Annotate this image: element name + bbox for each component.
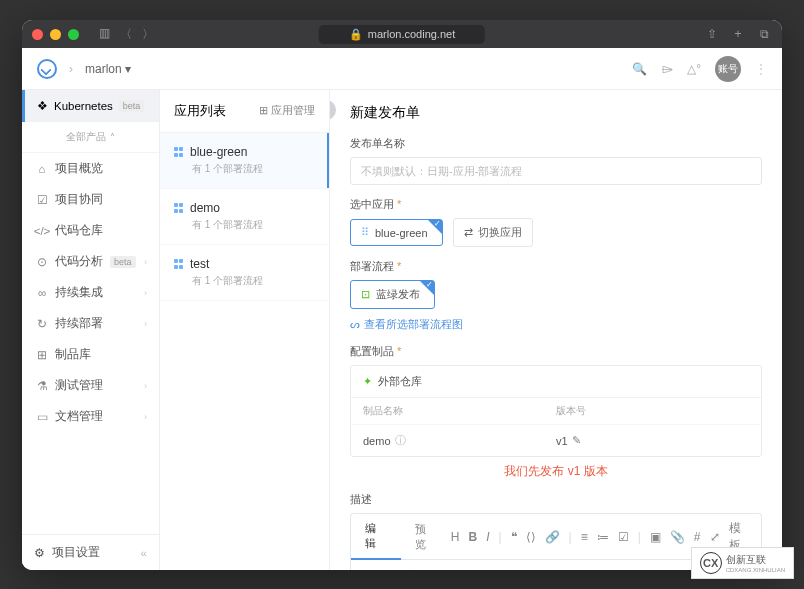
app-management-link[interactable]: ⊞ 应用管理: [259, 104, 315, 118]
release-name-input[interactable]: [350, 157, 762, 185]
gear-icon: ⚙: [34, 546, 45, 560]
more-icon[interactable]: ⋮: [755, 62, 767, 76]
app-item-test[interactable]: test 有 1 个部署流程: [160, 245, 329, 301]
form-title: 新建发布单: [350, 104, 762, 122]
description-label: 描述: [350, 492, 762, 507]
avatar[interactable]: 账号: [715, 56, 741, 82]
sidebar-item-ci[interactable]: ∞持续集成›: [22, 277, 159, 308]
selected-app-label: 选中应用: [350, 197, 762, 212]
sidebar-toggle-icon[interactable]: ▥: [99, 26, 110, 43]
artifact-config-box: ✦ 外部仓库 制品名称 版本号 demoⓘ v1✎: [350, 365, 762, 457]
app-item-demo[interactable]: demo 有 1 个部署流程: [160, 189, 329, 245]
new-tab-icon[interactable]: +: [730, 27, 746, 41]
link-button[interactable]: 🔗: [545, 530, 560, 544]
watermark-logo-icon: CX: [700, 552, 722, 574]
chevron-right-icon: ›: [144, 381, 147, 391]
sidebar-item-overview[interactable]: ⌂项目概览: [22, 153, 159, 184]
switch-app-button[interactable]: ⇄ 切换应用: [453, 218, 533, 247]
view-flow-link[interactable]: ᔕ查看所选部署流程图: [350, 317, 463, 332]
sidebar-item-code-repo[interactable]: </>代码仓库: [22, 215, 159, 246]
sidebar-item-artifacts[interactable]: ⊞制品库: [22, 339, 159, 370]
tabs-icon[interactable]: ⧉: [756, 27, 772, 41]
app-list-title: 应用列表: [174, 102, 226, 120]
sidebar-item-code-analysis[interactable]: ⊙代码分析beta›: [22, 246, 159, 277]
watermark-line2: CDXANG.XINHULIAN: [726, 567, 785, 573]
edit-icon[interactable]: ✎: [572, 434, 581, 447]
artifact-col-version: 版本号: [556, 404, 749, 418]
heading-button[interactable]: H: [451, 530, 460, 544]
checklist-button[interactable]: ☑: [618, 530, 629, 544]
chevron-right-icon: ›: [144, 319, 147, 329]
info-icon[interactable]: ⓘ: [395, 433, 406, 448]
quote-button[interactable]: ❝: [511, 530, 517, 544]
bold-button[interactable]: B: [468, 530, 477, 544]
flask-icon: ⚗: [36, 379, 48, 393]
back-icon[interactable]: 〈: [120, 26, 132, 43]
sidebar-group-toggle[interactable]: 全部产品 ˄: [22, 122, 159, 153]
deploy-flow-label: 部署流程: [350, 259, 762, 274]
breadcrumb-project[interactable]: marlon ▾: [85, 62, 131, 76]
minimize-window-button[interactable]: [50, 29, 61, 40]
flow-icon: ⊡: [361, 288, 370, 301]
chevron-up-icon: ˄: [110, 132, 115, 143]
forward-icon[interactable]: 〉: [142, 26, 154, 43]
scan-icon: ⊙: [36, 255, 48, 269]
artifact-row: demoⓘ v1✎: [351, 424, 761, 456]
url-text: marlon.coding.net: [368, 28, 455, 40]
ul-button[interactable]: ≡: [581, 530, 588, 544]
home-icon: ⌂: [36, 163, 48, 175]
app-icon: ⠿: [361, 226, 369, 239]
share-icon[interactable]: ⇧: [704, 27, 720, 41]
tab-icons: ▥ 〈 〉: [99, 26, 154, 43]
artifact-col-name: 制品名称: [363, 404, 556, 418]
sidebar-item-collaboration[interactable]: ☑项目协同: [22, 184, 159, 215]
collapse-sidebar-icon[interactable]: «: [141, 547, 147, 559]
artifact-repo-name: 外部仓库: [378, 374, 422, 389]
main-panel: × 新建发布单 发布单名称 选中应用 ⠿ blue-green ✓ ⇄ 切换应用…: [330, 90, 782, 570]
cd-icon: ↻: [36, 317, 48, 331]
sidebar-item-testing[interactable]: ⚗测试管理›: [22, 370, 159, 401]
watermark-line1: 创新互联: [726, 553, 785, 567]
search-icon[interactable]: 🔍: [632, 62, 647, 76]
editor-tab-preview[interactable]: 预览: [401, 515, 451, 559]
annotation-text: 我们先发布 v1 版本: [350, 463, 762, 480]
release-name-label: 发布单名称: [350, 136, 762, 151]
traffic-lights: [32, 29, 79, 40]
browser-window: ▥ 〈 〉 🔒 marlon.coding.net ⇧ + ⧉ › marlon…: [22, 20, 782, 570]
fullscreen-button[interactable]: ⤢: [710, 530, 720, 544]
sidebar-item-kubernetes[interactable]: ❖ Kubernetes beta: [22, 90, 159, 122]
app-item-blue-green[interactable]: blue-green 有 1 个部署流程: [160, 133, 329, 189]
sidebar-item-settings[interactable]: ⚙ 项目设置 «: [22, 534, 159, 570]
reference-button[interactable]: #: [694, 530, 701, 544]
check-icon: ✓: [434, 219, 441, 228]
chevron-right-icon: ›: [144, 257, 147, 267]
ci-icon: ∞: [36, 287, 48, 299]
coding-logo-icon[interactable]: [37, 59, 57, 79]
sidebar-item-docs[interactable]: ▭文档管理›: [22, 401, 159, 432]
watermark: CX 创新互联 CDXANG.XINHULIAN: [691, 547, 794, 579]
maximize-window-button[interactable]: [68, 29, 79, 40]
code-button[interactable]: ⟨⟩: [526, 530, 536, 544]
beta-badge: beta: [119, 100, 145, 112]
image-button[interactable]: ▣: [650, 530, 661, 544]
close-window-button[interactable]: [32, 29, 43, 40]
selected-app-chip[interactable]: ⠿ blue-green ✓: [350, 219, 443, 246]
app-list-panel: 应用列表 ⊞ 应用管理 blue-green 有 1 个部署流程 demo 有 …: [160, 90, 330, 570]
sidebar-item-cd[interactable]: ↻持续部署›: [22, 308, 159, 339]
chevron-right-icon: ›: [144, 288, 147, 298]
app-topbar: › marlon ▾ 🔍 ⌲ △° 账号 ⋮: [22, 48, 782, 90]
url-bar[interactable]: 🔒 marlon.coding.net: [319, 25, 485, 44]
package-icon: ⊞: [36, 348, 48, 362]
ol-button[interactable]: ≔: [597, 530, 609, 544]
notification-icon[interactable]: △°: [687, 62, 701, 76]
titlebar: ▥ 〈 〉 🔒 marlon.coding.net ⇧ + ⧉: [22, 20, 782, 48]
attachment-button[interactable]: 📎: [670, 530, 685, 544]
breadcrumb-separator: ›: [69, 62, 73, 76]
close-panel-button[interactable]: ×: [330, 100, 336, 120]
editor-tab-edit[interactable]: 编辑: [351, 514, 401, 560]
inbox-icon[interactable]: ⌲: [661, 62, 673, 76]
task-icon: ☑: [36, 193, 48, 207]
italic-button[interactable]: I: [486, 530, 489, 544]
selected-flow-chip[interactable]: ⊡ 蓝绿发布 ✓: [350, 280, 435, 309]
repo-icon: ✦: [363, 375, 372, 388]
